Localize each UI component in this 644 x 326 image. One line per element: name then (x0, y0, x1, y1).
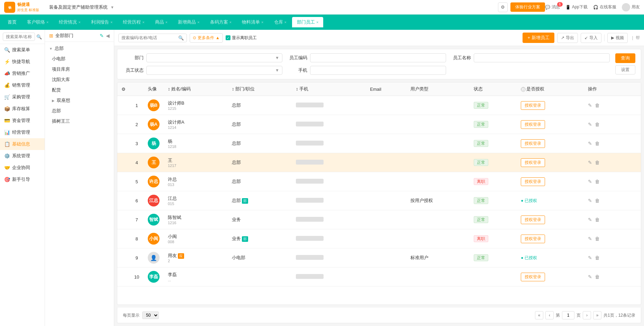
first-page-button[interactable]: « (535, 311, 543, 319)
dept-item[interactable]: 小电部 (45, 54, 114, 64)
app-download-button[interactable]: 📱 App下载 (565, 4, 588, 10)
dept-item[interactable]: ▼ 总部 (45, 43, 114, 54)
add-employee-button[interactable]: + 新增员工 (523, 33, 554, 43)
sidebar-item-basic-info[interactable]: 📋 基础信息 (0, 138, 45, 150)
close-icon[interactable]: × (261, 20, 263, 24)
edit-icon[interactable]: ✎ (588, 179, 592, 184)
sidebar-item-marketing[interactable]: 📣 营销推广 (0, 68, 45, 79)
col-name-code[interactable]: ↕ 姓名/编码 (164, 82, 228, 96)
auth-button[interactable]: 授权登录 (521, 139, 545, 148)
sidebar-item-finance[interactable]: 💳 资金管理 (0, 115, 45, 126)
video-button[interactable]: ▶ 视频 (607, 33, 628, 43)
sidebar-search-icon[interactable]: 🔍 (36, 34, 42, 39)
close-icon[interactable]: × (46, 20, 48, 24)
auth-button[interactable]: 授权登录 (521, 101, 545, 110)
close-icon[interactable]: × (197, 20, 199, 24)
dept-item[interactable]: 插树王三 (45, 116, 114, 126)
close-icon[interactable]: × (316, 20, 318, 24)
tab-home[interactable]: 首页 (3, 17, 21, 27)
close-icon[interactable]: × (284, 20, 287, 24)
edit-icon[interactable]: ✎ (588, 274, 592, 280)
message-button[interactable]: 💬 消息 6 (545, 4, 560, 10)
dept-add-icon[interactable]: ✎ (100, 33, 104, 38)
show-resigned-checkbox[interactable]: ✓ 显示离职员工 (226, 35, 257, 41)
tab-barcode[interactable]: 条码方案 × (205, 17, 236, 27)
col-dept[interactable]: ↕ 部门/职位 (228, 82, 292, 96)
emp-status-select[interactable]: ▼ (146, 66, 282, 75)
dept-item[interactable]: 配货 (45, 85, 114, 95)
tab-bom[interactable]: 物料清单 × (237, 17, 268, 27)
dept-item[interactable]: 总部 (45, 106, 114, 116)
more-filter-button[interactable]: ⊙ 更多条件 ▲ (190, 33, 223, 43)
dept-item[interactable]: 沈阳大库 (45, 74, 114, 85)
delete-icon[interactable]: 🗑 (595, 141, 600, 146)
delete-icon[interactable]: 🗑 (595, 236, 600, 241)
col-phone[interactable]: ↕ 手机 (292, 82, 366, 96)
sidebar-item-system[interactable]: ⚙️ 系统管理 (0, 150, 45, 162)
close-icon[interactable]: × (165, 20, 167, 24)
delete-icon[interactable]: 🗑 (595, 122, 600, 127)
tab-new-goods[interactable]: 新增商品 × (173, 17, 204, 27)
sidebar-item-inventory[interactable]: 📦 库存核算 (0, 103, 45, 115)
dept-item[interactable]: ▶ 双座想 (45, 95, 114, 106)
sidebar-item-guide[interactable]: 🎯 新手引导 (0, 174, 45, 185)
tab-customer[interactable]: 客户联络 × (22, 17, 53, 27)
last-page-button[interactable]: » (593, 311, 601, 319)
tab-warehouse[interactable]: 仓库 × (269, 17, 291, 27)
sidebar-item-collab[interactable]: 🤝 企业协同 (0, 162, 45, 174)
dept-item[interactable]: 项目库房 (45, 64, 114, 74)
delete-icon[interactable]: 🗑 (595, 103, 600, 108)
close-icon[interactable]: × (229, 20, 232, 24)
delete-icon[interactable]: 🗑 (595, 179, 600, 184)
auth-button[interactable]: 授权登录 (521, 215, 545, 224)
sidebar-item-business[interactable]: 📊 经营管理 (0, 126, 45, 138)
delete-icon[interactable]: 🗑 (595, 255, 600, 261)
settings-button[interactable]: ⚙ (498, 2, 508, 12)
search-input[interactable] (121, 35, 177, 40)
auth-button[interactable]: 授权登录 (521, 158, 545, 167)
help-button[interactable]: ｜ 帮 (631, 35, 640, 41)
tab-dept-staff[interactable]: 部门员工 × (292, 17, 323, 27)
search-icon[interactable]: 🔍 (178, 35, 184, 41)
prev-page-button[interactable]: ‹ (545, 311, 554, 319)
online-service-button[interactable]: 🎧 在线客服 (593, 4, 616, 10)
dropdown-arrow-icon[interactable]: ▼ (110, 5, 114, 9)
delete-icon[interactable]: 🗑 (595, 160, 600, 165)
edit-icon[interactable]: ✎ (588, 198, 592, 203)
page-input[interactable] (562, 311, 574, 319)
auth-button[interactable]: 授权登录 (521, 177, 545, 186)
col-settings[interactable]: ⚙ (117, 82, 130, 96)
emp-code-input[interactable] (310, 53, 446, 62)
search-button[interactable]: 查询 (615, 53, 635, 63)
next-page-button[interactable]: › (583, 311, 591, 319)
tab-goods[interactable]: 商品 × (150, 17, 172, 27)
sidebar-item-purchase[interactable]: 🛒 采购管理 (0, 91, 45, 103)
close-icon[interactable]: × (110, 20, 112, 24)
auth-button[interactable]: 授权登录 (521, 235, 545, 243)
sidebar-search-input[interactable] (3, 33, 35, 41)
import-button[interactable]: ↙ 导入 (581, 33, 601, 43)
auth-button[interactable]: 授权登录 (521, 273, 545, 281)
delete-icon[interactable]: 🗑 (595, 217, 600, 222)
phone-input[interactable] (310, 66, 446, 75)
edit-icon[interactable]: ✎ (588, 255, 592, 261)
tab-operations[interactable]: 经营情况 × (54, 17, 85, 27)
edit-icon[interactable]: ✎ (588, 103, 592, 108)
edit-icon[interactable]: ✎ (588, 236, 592, 241)
per-page-select[interactable]: 50 (142, 311, 159, 319)
auth-button[interactable]: 授权登录 (521, 120, 545, 129)
sidebar-item-sales[interactable]: 💰 销售管理 (0, 79, 45, 91)
close-icon[interactable]: × (142, 20, 144, 24)
trial-button[interactable]: 体验行业方案 (510, 2, 545, 12)
user-menu[interactable]: 用友 (622, 3, 640, 11)
sidebar-item-shortcuts[interactable]: ⚡ 快捷导航 (0, 56, 45, 68)
setting-button[interactable]: 设置 (615, 65, 635, 74)
sidebar-item-search[interactable]: 🔍 搜索菜单 (0, 44, 45, 56)
edit-icon[interactable]: ✎ (588, 122, 592, 127)
tab-profit[interactable]: 利润报告 × (86, 17, 117, 27)
dept-select[interactable]: ▼ (146, 53, 282, 62)
tab-history[interactable]: 经营历程 × (118, 17, 149, 27)
edit-icon[interactable]: ✎ (588, 141, 592, 146)
close-icon[interactable]: × (78, 20, 80, 24)
delete-icon[interactable]: 🗑 (595, 198, 600, 203)
